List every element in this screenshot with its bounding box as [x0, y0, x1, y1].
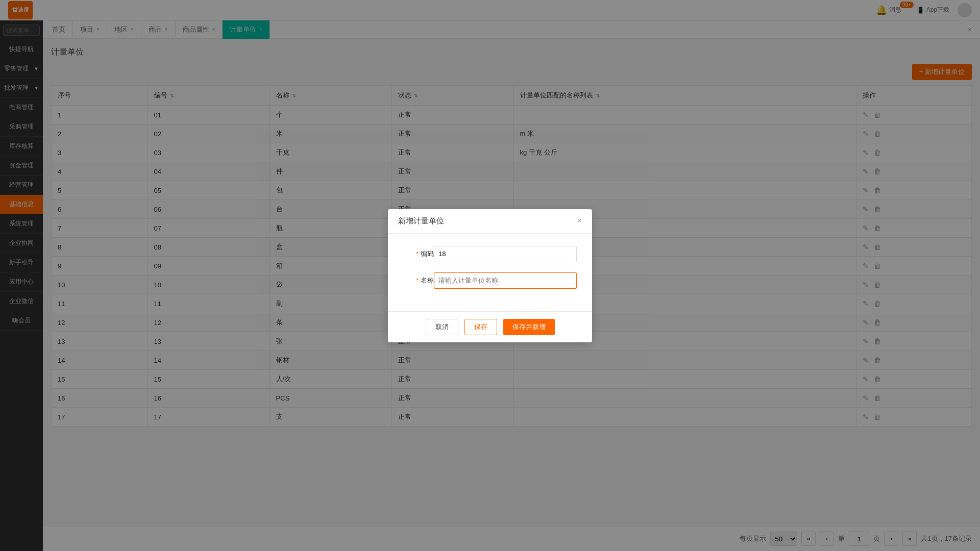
add-unit-modal: 新增计量单位 × 编码 名称 取消 保存 保存并新增	[388, 209, 592, 342]
cancel-button[interactable]: 取消	[426, 319, 458, 335]
modal-body: 编码 名称	[388, 234, 592, 311]
modal-header: 新增计量单位 ×	[388, 209, 592, 234]
form-name-label: 名称	[403, 276, 434, 285]
modal-overlay: 新增计量单位 × 编码 名称 取消 保存 保存并新增	[0, 0, 980, 551]
save-button[interactable]: 保存	[464, 319, 497, 335]
form-name-item: 名称	[403, 272, 577, 289]
code-input[interactable]	[434, 246, 577, 262]
modal-title: 新增计量单位	[398, 216, 444, 226]
modal-close-icon[interactable]: ×	[577, 217, 582, 225]
form-code-item: 编码	[403, 246, 577, 262]
modal-footer: 取消 保存 保存并新增	[388, 311, 592, 342]
form-code-label: 编码	[403, 249, 434, 259]
save-and-new-button[interactable]: 保存并新增	[503, 319, 555, 335]
name-input[interactable]	[434, 272, 577, 289]
